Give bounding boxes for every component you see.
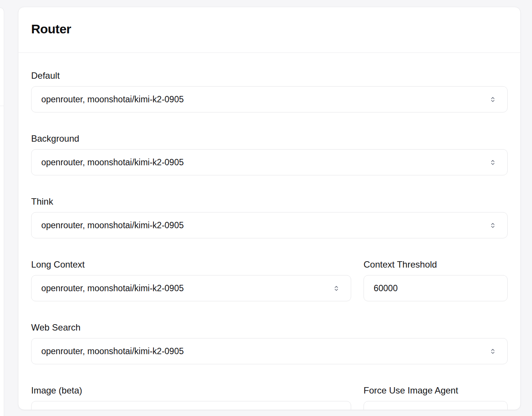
chevrons-up-down-icon [490, 96, 496, 103]
chevrons-up-down-icon [333, 285, 340, 292]
default-model-value: openrouter, moonshotai/kimi-k2-0905 [41, 94, 184, 105]
web-search-model-select[interactable]: openrouter, moonshotai/kimi-k2-0905 [31, 338, 508, 364]
image-model-select[interactable] [31, 401, 351, 410]
long-context-model-value: openrouter, moonshotai/kimi-k2-0905 [41, 283, 184, 294]
context-threshold-field-label: Context Threshold [364, 259, 508, 270]
default-field-label: Default [31, 70, 508, 81]
long-context-model-select[interactable]: openrouter, moonshotai/kimi-k2-0905 [31, 275, 351, 301]
think-model-select[interactable]: openrouter, moonshotai/kimi-k2-0905 [31, 212, 508, 238]
image-field-row: Image (beta) Force Use Image Agent [31, 385, 508, 410]
web-search-field-label: Web Search [31, 322, 508, 333]
adjacent-panel-divider [0, 106, 4, 106]
background-model-select[interactable]: openrouter, moonshotai/kimi-k2-0905 [31, 149, 508, 175]
chevrons-up-down-icon [490, 348, 496, 355]
background-field-row: Background openrouter, moonshotai/kimi-k… [31, 133, 508, 175]
think-field-row: Think openrouter, moonshotai/kimi-k2-090… [31, 196, 508, 238]
web-search-field-row: Web Search openrouter, moonshotai/kimi-k… [31, 322, 508, 364]
force-use-image-agent-field-label: Force Use Image Agent [364, 385, 508, 396]
think-model-value: openrouter, moonshotai/kimi-k2-0905 [41, 220, 184, 231]
chevrons-up-down-icon [490, 222, 496, 229]
context-threshold-field: Context Threshold [364, 259, 508, 301]
long-context-field-label: Long Context [31, 259, 351, 270]
background-field-label: Background [31, 133, 508, 144]
router-section-body: Default openrouter, moonshotai/kimi-k2-0… [18, 70, 520, 410]
image-field: Image (beta) [31, 385, 351, 410]
page-title: Router [31, 21, 508, 37]
think-field-label: Think [31, 196, 508, 207]
router-section-card: Router Default openrouter, moonshotai/ki… [18, 7, 521, 410]
image-field-label: Image (beta) [31, 385, 351, 396]
router-section-header: Router [18, 7, 520, 53]
settings-page: Router Default openrouter, moonshotai/ki… [0, 0, 532, 416]
web-search-model-value: openrouter, moonshotai/kimi-k2-0905 [41, 346, 184, 357]
force-use-image-agent-field: Force Use Image Agent [364, 385, 508, 410]
adjacent-panel-edge [0, 7, 4, 416]
chevrons-up-down-icon [490, 159, 496, 166]
long-context-field-row: Long Context openrouter, moonshotai/kimi… [31, 259, 508, 301]
context-threshold-input[interactable] [364, 275, 508, 301]
background-model-value: openrouter, moonshotai/kimi-k2-0905 [41, 157, 184, 168]
default-model-select[interactable]: openrouter, moonshotai/kimi-k2-0905 [31, 86, 508, 112]
long-context-field: Long Context openrouter, moonshotai/kimi… [31, 259, 351, 301]
default-field-row: Default openrouter, moonshotai/kimi-k2-0… [31, 70, 508, 112]
force-use-image-agent-input[interactable] [364, 401, 508, 410]
